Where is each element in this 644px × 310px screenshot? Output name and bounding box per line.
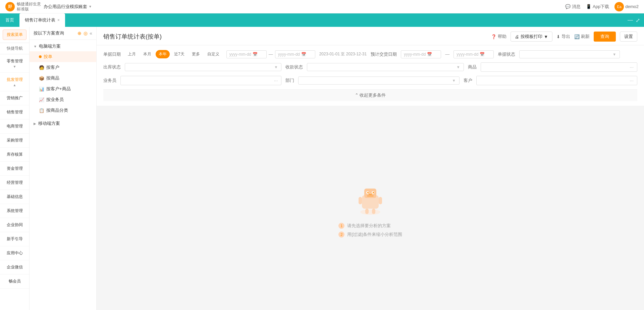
scheme-item-by-customer[interactable]: 🧑 按客户 (30, 62, 96, 73)
tip-number-2: 2 (338, 231, 344, 238)
minimize-button[interactable]: — (628, 17, 633, 23)
collapse-panel-button[interactable]: « (90, 31, 92, 36)
scheme-group-mobile-header[interactable]: ▶ 移动端方案 (30, 118, 96, 128)
app-selector[interactable]: 办公用品行业模拟账套 ▼ (44, 4, 92, 10)
date-from-input[interactable]: yyyy-mm-dd 📅 (226, 50, 267, 58)
logo-area: 好 畅捷通好生意 标准版 (5, 2, 41, 11)
scheme-item-by-salesman[interactable]: 📈 按业务员 (30, 94, 96, 105)
sidebar-item-wechat[interactable]: 企业微信 (0, 260, 29, 274)
expected-date-label: 预计交货日期 (371, 51, 397, 57)
sidebar-item-marketing[interactable]: 营销推广 (0, 91, 29, 105)
user-menu[interactable]: Ea demo2 (614, 2, 639, 11)
more-button[interactable]: 更多 (189, 50, 203, 58)
chevron-down-icon: ▼ (457, 65, 460, 69)
print-button[interactable]: 🖨 按模板打印 ▼ (511, 32, 552, 42)
print-icon: 🖨 (515, 34, 519, 39)
chevron-down-icon: ▼ (89, 5, 92, 8)
content-area: 按以下方案查询 ⊕ ◎ « ▼ 电脑端方案 按单 🧑 (30, 27, 644, 310)
logo-text: 畅捷通好生意 标准版 (17, 2, 41, 11)
custom-button[interactable]: 自定义 (204, 50, 222, 58)
scheme-item-by-cust-prod[interactable]: 📊 按客户+商品 (30, 84, 96, 94)
department-select[interactable]: ▼ (298, 76, 459, 85)
refresh-button[interactable]: 🔄 刷新 (574, 34, 590, 40)
avatar: Ea (614, 2, 624, 11)
header-right: 💬 消息 📱 App下载 Ea demo2 (565, 2, 639, 11)
sidebar-item-newbie[interactable]: 新手引导 (0, 232, 29, 246)
shipment-status-select[interactable]: ▼ (125, 63, 281, 71)
sidebar-item-purchase[interactable]: 采购管理 (0, 134, 29, 148)
department-label: 部门 (285, 78, 294, 84)
customer-select[interactable]: ··· (476, 76, 637, 85)
sidebar-item-member[interactable]: 畅会员 (0, 274, 29, 289)
tab-bar: 首页 销售订单统计表 × — ⤢ (0, 13, 644, 27)
app-download-button[interactable]: 📱 App下载 (586, 4, 609, 10)
svg-rect-7 (367, 195, 374, 197)
settings-scheme-button[interactable]: ◎ (84, 31, 88, 36)
scheme-item-by-product[interactable]: 📦 按商品 (30, 73, 96, 84)
shipment-status-label: 出库状态 (103, 64, 121, 70)
tab-close-icon[interactable]: × (57, 18, 60, 22)
svg-point-5 (367, 192, 369, 193)
svg-rect-8 (359, 197, 362, 204)
scheme-item-by-order[interactable]: 按单 (30, 51, 96, 62)
date-to-input[interactable]: yyyy-mm-dd 📅 (275, 50, 315, 58)
sidebar-item-apps[interactable]: 应用中心 (0, 246, 29, 260)
sidebar-item-wholesale[interactable]: 批发管理 ▲ (0, 73, 29, 91)
sidebar-item-sales[interactable]: 销售管理 (0, 105, 29, 119)
this-year-button[interactable]: 本年 (156, 50, 170, 58)
scheme-icon: 📦 (39, 76, 44, 81)
chevron-down-icon: ▼ (13, 65, 16, 68)
expected-date-from-input[interactable]: yyyy-mm-dd 📅 (401, 50, 441, 58)
last-month-button[interactable]: 上月 (125, 50, 139, 58)
tab-home[interactable]: 首页 (0, 13, 19, 27)
svg-rect-11 (372, 209, 375, 214)
scheme-icon: 📊 (39, 87, 44, 92)
salesman-label: 业务员 (103, 78, 116, 84)
chevron-down-icon: ▼ (274, 65, 278, 69)
sidebar-item-corp[interactable]: 企业协同 (0, 218, 29, 232)
query-button[interactable]: 查询 (594, 32, 616, 42)
tab-stats[interactable]: 销售订单统计表 × (19, 13, 65, 27)
scheme-item-by-category[interactable]: 📋 按商品分类 (30, 105, 96, 116)
more-dots-icon: ··· (630, 78, 634, 83)
sidebar-item-basic[interactable]: 基础信息 (0, 190, 29, 204)
svg-point-6 (373, 192, 374, 193)
sidebar: 搜索菜单 快捷导航 零售管理 ▼ 批发管理 ▲ 营销推广 销售管理 电商管理 采… (0, 27, 30, 310)
search-menu-button[interactable]: 搜索菜单 (3, 30, 26, 40)
more-dots-icon: ··· (630, 64, 634, 70)
sidebar-item-ecommerce[interactable]: 电商管理 (0, 119, 29, 134)
collapse-bar[interactable]: ⌃ 收起更多条件 (103, 89, 637, 101)
product-select[interactable]: ··· (481, 62, 637, 72)
help-button[interactable]: ❓ 帮助 (491, 34, 506, 40)
sidebar-item-inventory[interactable]: 库存核算 (0, 148, 29, 162)
empty-state: 1 请先选择要分析的方案 2 用[过滤]条件来缩小分析范围 (97, 106, 644, 310)
expected-date-to-input[interactable]: yyyy-mm-dd 📅 (453, 50, 494, 58)
salesman-select[interactable]: ··· (120, 76, 281, 85)
settings-button[interactable]: 设置 (620, 32, 637, 42)
top-header: 好 畅捷通好生意 标准版 办公用品行业模拟账套 ▼ 💬 消息 📱 App下载 E… (0, 0, 644, 13)
chevron-up-icon: ▲ (13, 83, 16, 87)
order-status-select[interactable]: ▼ (519, 50, 620, 58)
sidebar-item-retail[interactable]: 零售管理 ▼ (0, 54, 29, 73)
this-month-button[interactable]: 本月 (140, 50, 154, 58)
sidebar-item-operation[interactable]: 经营管理 (0, 176, 29, 190)
scheme-group-pc-header[interactable]: ▼ 电脑端方案 (30, 41, 96, 51)
sidebar-search-area: 搜索菜单 (0, 27, 29, 43)
expand-button[interactable]: ⤢ (636, 17, 640, 23)
sidebar-item-finance[interactable]: 资金管理 (0, 162, 29, 176)
quick-nav-button[interactable]: 快捷导航 (0, 43, 29, 54)
payment-status-select[interactable]: ▼ (307, 63, 464, 71)
add-scheme-button[interactable]: ⊕ (77, 31, 82, 36)
payment-status-label: 收款状态 (285, 64, 303, 70)
export-button[interactable]: ⬇ 导出 (556, 34, 570, 40)
empty-illustration (350, 178, 390, 219)
scheme-icon: 📋 (39, 108, 44, 113)
message-button[interactable]: 💬 消息 (565, 4, 581, 10)
chevron-down-icon: ▼ (34, 45, 37, 48)
sidebar-item-system[interactable]: 系统管理 (0, 204, 29, 218)
page-actions: ❓ 帮助 🖨 按模板打印 ▼ ⬇ 导出 🔄 刷新 (491, 32, 637, 42)
last-7days-button[interactable]: 近7天 (171, 50, 187, 58)
scheme-icon: 🧑 (39, 65, 44, 70)
tip-number-1: 1 (338, 223, 344, 229)
export-icon: ⬇ (556, 34, 560, 39)
